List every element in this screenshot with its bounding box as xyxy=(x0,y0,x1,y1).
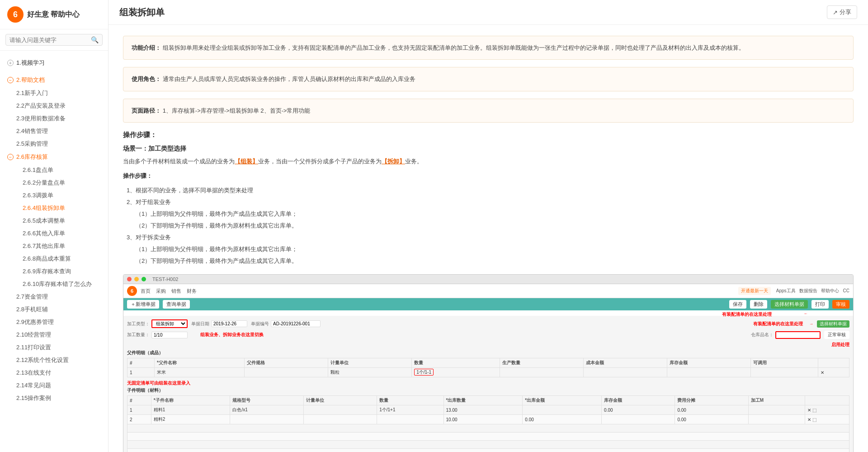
sidebar-item-purchase[interactable]: 2.5采购管理 xyxy=(0,138,108,150)
sidebar-item-cost-adjust[interactable]: 2.6.5成本调整单 xyxy=(0,214,108,227)
step2-sub1: （1）上部明细为父件明细，最终作为产成品生成其它入库单； xyxy=(136,208,854,220)
th-c-op xyxy=(805,396,849,405)
mockup-annotation-area1: 有装配清单的在这里处理 ← xyxy=(123,310,853,316)
sidebar-item-print[interactable]: 2.11打印设置 xyxy=(0,341,108,354)
mockup-btn-print[interactable]: 打印 xyxy=(811,300,829,309)
td-parent-qty: 1个/1-1 xyxy=(412,368,500,377)
table-row xyxy=(127,424,849,433)
nav-list: + 1.视频学习 − 2.帮助文档 2.1新手入门 2.2产品安装及登录 2.3… xyxy=(0,51,108,452)
sidebar-item-videos[interactable]: + 1.视频学习 xyxy=(0,56,108,70)
sidebar-item-transfer[interactable]: 2.6.3调拨单 xyxy=(0,189,108,202)
search-wrap: 🔍 xyxy=(5,34,103,46)
mockup-date-label: 单据日期 xyxy=(191,321,209,327)
sidebar-item-stock-fix[interactable]: 2.6.10库存账本错了怎么办 xyxy=(0,278,108,290)
sidebar-item-ops[interactable]: 2.10经营管理 xyxy=(0,328,108,341)
td-c-outqty: 13.00 xyxy=(443,405,523,415)
sidebar-item-data-prep[interactable]: 2.3使用前数据准备 xyxy=(0,112,108,125)
th-c-outqty: *出库数量 xyxy=(443,396,523,405)
sidebar-item-partial-stocktake[interactable]: 2.6.2分量盘点单 xyxy=(0,176,108,189)
sidebar-item-stock-query[interactable]: 2.6.9库存账本查询 xyxy=(0,265,108,278)
sidebar-item-install[interactable]: 2.2产品安装及登录 xyxy=(0,100,108,112)
mockup-type-select[interactable]: 组装拆卸 组装 拆卸 xyxy=(151,319,188,328)
mockup-btn-select-material[interactable]: 选择材料单据 xyxy=(817,320,849,328)
td-c-spec: 白色/x1 xyxy=(230,405,303,415)
mockup-btn-query[interactable]: 查询单据 xyxy=(163,300,190,309)
td-parent-cost xyxy=(584,368,667,377)
mockup-btn-save[interactable]: 保存 xyxy=(729,300,746,309)
screenshot-titlebar: TEST-H002 xyxy=(123,275,853,284)
th-parent-avail: 可调用 xyxy=(751,358,818,368)
td-c-work2 xyxy=(748,415,805,424)
mockup-nav-purchase[interactable]: 采购 xyxy=(156,288,166,295)
mockup-notice[interactable]: 开通最新一天 xyxy=(738,287,771,295)
mockup-warehouse-input[interactable] xyxy=(775,331,821,339)
mockup-btn-new[interactable]: ＋新增单据 xyxy=(127,300,159,309)
th-parent-stock: 库存金额 xyxy=(667,358,751,368)
screenshot-app-name: TEST-H002 xyxy=(152,276,178,282)
step2-sub2: （2）下部明细为子件明细，最终作为原材料生成其它出库单。 xyxy=(136,220,854,232)
td-c-unit xyxy=(303,405,377,415)
mockup-btn-confirm[interactable]: 选择材料单据 xyxy=(771,300,808,309)
td-c-stock: 0.00 xyxy=(602,405,675,415)
link-disassembly[interactable]: 【拆卸】 xyxy=(382,158,405,165)
intro-block: 功能介绍： 组装拆卸单用来处理企业组装或拆卸等加工业务，支持有固定装配清单的产品… xyxy=(123,36,854,60)
step3-sub2: （2）下部明细为子件明细，最终作为产成品生成其它入库单。 xyxy=(136,255,854,267)
share-icon: ↗ xyxy=(833,9,838,16)
table-row xyxy=(127,449,849,452)
mockup-count-label: 加工数量： xyxy=(127,332,150,338)
mockup-count-input[interactable] xyxy=(151,332,188,338)
mockup-docno-input[interactable] xyxy=(271,320,321,327)
sidebar-item-customization[interactable]: 2.12系统个性化设置 xyxy=(0,354,108,366)
td-parent-name: 米米 xyxy=(155,368,245,377)
mockup-btn-approve2[interactable]: 正常审核 xyxy=(824,331,849,339)
td-parent-op: ✕ xyxy=(818,368,849,377)
page-title: 组装拆卸单 xyxy=(119,6,165,19)
th-c-work: 加工M xyxy=(748,396,805,405)
mockup-field-date: 单据日期 xyxy=(191,320,247,327)
td-c-name2: 精料2 xyxy=(151,415,230,424)
sidebar-item-other-in[interactable]: 2.6.6其他入库单 xyxy=(0,227,108,240)
steps-title: 操作步骤： xyxy=(123,172,854,180)
mockup-btn-delete[interactable]: 删除 xyxy=(750,300,767,309)
mockup-apps: Apps工具 数据报告 帮助中心 CC xyxy=(776,288,849,294)
td-parent-stock xyxy=(667,368,751,377)
sidebar-item-assembly[interactable]: 2.6.4组装拆卸单 xyxy=(0,202,108,214)
sidebar-item-other-out[interactable]: 2.6.7其他出库单 xyxy=(0,240,108,252)
window-maximize-dot xyxy=(142,277,146,281)
th-c-outamt: *出库金额 xyxy=(523,396,602,405)
sidebar-item-payment[interactable]: 2.13在线支付 xyxy=(0,366,108,379)
collapse-icon-inventory: − xyxy=(7,154,14,160)
th-parent-name: *父件名称 xyxy=(155,358,245,368)
share-label: 分享 xyxy=(840,8,851,16)
mockup-form-row2: 加工数量： 组装业务、拆卸业务在这里切换 仓库品名： 正常审核 xyxy=(127,331,849,339)
mockup-nav-finance[interactable]: 财务 xyxy=(187,288,197,295)
sidebar-item-coupon[interactable]: 2.9优惠券管理 xyxy=(0,316,108,328)
sidebar-item-cases[interactable]: 2.15操作案例 xyxy=(0,392,108,404)
sidebar-item-docs[interactable]: − 2.帮助文档 xyxy=(0,73,108,87)
top-bar: 组装拆卸单 ↗ 分享 xyxy=(108,0,868,25)
sidebar-section-label: 2.帮助文档 xyxy=(16,76,45,84)
th-c-seq: # xyxy=(127,396,151,405)
intro-label: 功能介绍： xyxy=(132,44,161,51)
share-button[interactable]: ↗ 分享 xyxy=(827,5,857,19)
sidebar-item-cost-recalc[interactable]: 2.6.8商品成本重算 xyxy=(0,252,108,265)
mockup-nav-home[interactable]: 首页 xyxy=(141,288,151,295)
td-c-seq2: 2 xyxy=(127,415,151,424)
annotation-assembly-bom: 有装配清单的在这里处理 xyxy=(722,311,772,318)
search-input[interactable] xyxy=(9,37,91,43)
sidebar-item-mobile[interactable]: 2.8手机旺辅 xyxy=(0,303,108,316)
td-c-op: ✕ ⬚ xyxy=(805,405,849,415)
sidebar-item-stocktake[interactable]: 2.6.1盘点单 xyxy=(0,164,108,176)
mockup-date-input[interactable] xyxy=(211,320,247,327)
td-parent-spec xyxy=(245,368,328,377)
mockup-nav-sales[interactable]: 销售 xyxy=(171,288,181,295)
mockup-btn-approve[interactable]: 审核 xyxy=(832,300,849,309)
link-assembly[interactable]: 【组装】 xyxy=(235,158,258,165)
sidebar-item-faq[interactable]: 2.14常见问题 xyxy=(0,379,108,392)
annotation-switch: 组装业务、拆卸业务在这里切换 xyxy=(200,332,264,338)
sidebar-item-inventory[interactable]: − 2.6库存核算 xyxy=(0,150,108,164)
sidebar-item-newbie[interactable]: 2.1新手入门 xyxy=(0,87,108,100)
search-icon[interactable]: 🔍 xyxy=(91,36,99,43)
sidebar-item-finance[interactable]: 2.7资金管理 xyxy=(0,290,108,303)
sidebar-item-sales[interactable]: 2.4销售管理 xyxy=(0,125,108,138)
